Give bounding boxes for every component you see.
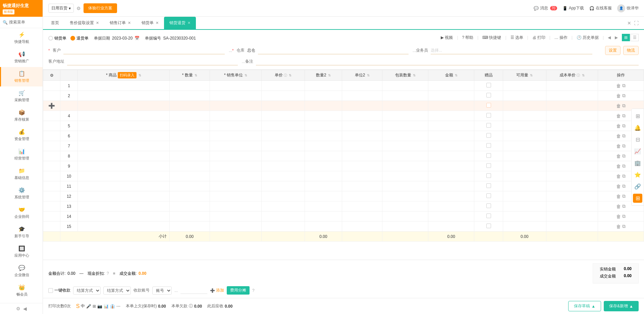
sort-icon[interactable]: ⇅ xyxy=(413,73,416,77)
unit2-cell[interactable] xyxy=(342,81,382,91)
product-input-active[interactable] xyxy=(80,104,167,108)
toolbar-history[interactable]: 🕐 历史单据 xyxy=(577,35,599,41)
account-select[interactable]: 账号 xyxy=(152,287,172,295)
sidebar-item-inventory[interactable]: 📦 库存核算 xyxy=(0,106,43,125)
gift-checkbox[interactable] xyxy=(486,173,491,178)
unit2-cell[interactable] xyxy=(342,101,382,111)
unit-cell[interactable] xyxy=(210,101,262,111)
rt-layout-icon[interactable]: ⊟ xyxy=(633,135,642,144)
toolbar-ops[interactable]: … 操作 xyxy=(554,35,568,41)
tab-sales-bill[interactable]: 销货单 ✕ xyxy=(136,17,164,29)
sort-icon[interactable]: ⇅ xyxy=(530,73,533,77)
qty2-cell[interactable] xyxy=(305,91,342,101)
sort-icon[interactable]: ⇅ xyxy=(367,73,370,77)
logistics-btn[interactable]: 物流 xyxy=(623,46,639,55)
delete-row-icon[interactable]: 🗑 xyxy=(616,113,621,119)
calc-method-select2[interactable]: 结算方式 xyxy=(103,287,131,295)
gift-checkbox[interactable] xyxy=(486,163,491,168)
tab-sales-order[interactable]: 销售订单 ✕ xyxy=(104,17,136,29)
copy-row-icon[interactable]: ⧉ xyxy=(622,153,626,159)
product-cell[interactable] xyxy=(77,81,169,91)
photo-icon[interactable]: 📷 xyxy=(97,304,102,309)
delete-row-icon[interactable]: 🗑 xyxy=(616,174,621,179)
tab-close-icon[interactable]: ✕ xyxy=(128,21,131,25)
tab-close-all-icon[interactable]: ✕ xyxy=(627,20,631,26)
delete-row-icon[interactable]: 🗑 xyxy=(616,214,621,219)
delete-row-icon[interactable]: 🗑 xyxy=(616,133,621,139)
delete-row-icon[interactable]: 🗑 xyxy=(616,83,621,88)
sidebar-item-guide[interactable]: 🎓 新手引导 xyxy=(0,223,43,242)
unit2-cell[interactable] xyxy=(342,91,382,101)
toolbar-help[interactable]: ? 帮助 xyxy=(462,35,474,41)
unit-cell[interactable] xyxy=(210,81,262,91)
discount-help-icon[interactable]: ? xyxy=(107,271,109,276)
sort-icon[interactable]: ⇅ xyxy=(245,73,247,77)
calendar-icon[interactable]: 📅 xyxy=(135,36,140,41)
unit-cell[interactable] xyxy=(210,91,262,101)
rt-bell-icon[interactable]: 🔔 xyxy=(633,123,642,132)
fee-help-icon[interactable]: ? xyxy=(252,288,255,293)
sidebar-collapse-icon[interactable]: ◀ xyxy=(23,306,27,311)
gift-cell[interactable] xyxy=(474,101,503,111)
radio-return-bill[interactable]: 退货单 xyxy=(70,36,89,41)
topbar-gear-icon[interactable]: ⚙ xyxy=(76,6,81,11)
customer-dots[interactable]: ... xyxy=(229,48,232,53)
save-new-button[interactable]: 保存&新增 ▲ xyxy=(604,301,639,311)
list-view-btn[interactable]: ☰ xyxy=(631,34,639,41)
col-header-gear[interactable]: ⚙ xyxy=(43,70,60,81)
gift-checkbox[interactable] xyxy=(486,93,491,98)
gift-checkbox[interactable] xyxy=(486,113,491,118)
copy-row-icon[interactable]: ⧉ xyxy=(622,133,626,139)
salesperson-input[interactable] xyxy=(431,47,592,54)
notification-button[interactable]: 💬 消息 70 xyxy=(534,5,557,11)
pack-cell[interactable] xyxy=(382,81,428,91)
docnum-value[interactable]: SA-20230320-001 xyxy=(163,36,196,41)
tab-close-icon[interactable]: ✕ xyxy=(187,21,191,25)
delete-row-icon[interactable]: 🗑 xyxy=(616,164,621,169)
tab-expand-icon[interactable]: ⛶ xyxy=(634,20,639,26)
toolbar-select[interactable]: ☰ 选单 xyxy=(511,35,523,41)
amount-cell[interactable] xyxy=(428,91,474,101)
price-cell[interactable] xyxy=(262,91,305,101)
available-cell[interactable] xyxy=(503,81,546,91)
gift-checkbox[interactable] xyxy=(486,203,491,208)
delete-row-icon[interactable]: 🗑 xyxy=(616,194,621,199)
copy-row-icon[interactable]: ⧉ xyxy=(622,103,626,109)
gift-checkbox[interactable] xyxy=(486,224,491,228)
amount-cell[interactable] xyxy=(428,81,474,91)
delete-row-icon[interactable]: 🗑 xyxy=(616,103,621,109)
product-cell[interactable] xyxy=(77,101,169,111)
qty2-cell[interactable] xyxy=(305,81,342,91)
sort-icon[interactable]: ⇅ xyxy=(582,73,585,77)
product-input[interactable] xyxy=(80,83,167,88)
add-payment-btn[interactable]: ➕ 添加 xyxy=(210,288,224,293)
copy-row-icon[interactable]: ⧉ xyxy=(622,163,626,169)
addr-input[interactable] xyxy=(67,58,238,65)
add-row-icon[interactable]: ➕ xyxy=(48,103,55,109)
tab-home[interactable]: 首页 xyxy=(46,17,64,29)
gift-checkbox[interactable] xyxy=(486,103,491,108)
amount-cell[interactable] xyxy=(428,101,474,111)
gift-checkbox[interactable] xyxy=(486,183,491,188)
fee-split-btn[interactable]: 费用分摊 xyxy=(227,286,250,295)
delete-row-icon[interactable]: 🗑 xyxy=(616,204,621,209)
industry-select[interactable]: 日用百货 ▾ xyxy=(48,4,74,13)
copy-row-icon[interactable]: ⧉ xyxy=(622,193,626,199)
sidebar-item-purchase[interactable]: 🛒 采购管理 xyxy=(0,86,43,106)
gift-checkbox[interactable] xyxy=(486,213,491,218)
grid-view-btn[interactable]: ⊞ xyxy=(622,34,630,41)
sidebar-item-app-center[interactable]: 🔲 应用中心 xyxy=(0,242,43,261)
sidebar-item-sales[interactable]: 📋 销售管理 xyxy=(0,67,43,86)
sort-icon[interactable]: ⇅ xyxy=(289,73,291,77)
more-icon[interactable]: ⋯ xyxy=(116,304,120,309)
rt-chart-icon[interactable]: 📈 xyxy=(633,147,642,156)
rt-orange-btn[interactable]: ⊞ xyxy=(633,194,642,203)
sort-icon[interactable]: ⇅ xyxy=(455,73,458,77)
rt-building-icon[interactable]: 🏢 xyxy=(633,159,642,168)
tab-close-icon[interactable]: ✕ xyxy=(96,21,99,25)
tab-price-settings[interactable]: 售价提取设置 ✕ xyxy=(64,17,104,29)
copy-row-icon[interactable]: ⧉ xyxy=(622,93,626,99)
available-cell[interactable] xyxy=(503,101,546,111)
sidebar-item-system[interactable]: ⚙️ 系统管理 xyxy=(0,184,43,203)
cost-cell[interactable] xyxy=(546,81,598,91)
